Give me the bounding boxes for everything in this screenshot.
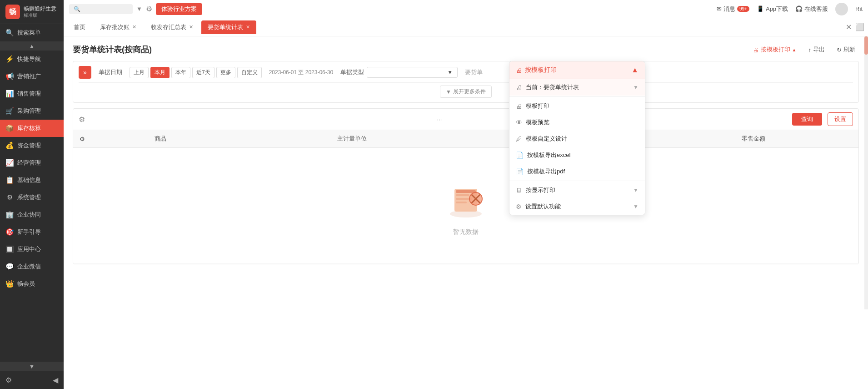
dropdown-title-text: 按模板打印 bbox=[525, 66, 557, 74]
expand-more-row: ▼ 展开更多条件 bbox=[79, 82, 853, 98]
dropdown-item-template-design[interactable]: 🖊 模板自定义设计 bbox=[509, 131, 645, 147]
date-range: 2023-06-01 至 2023-06-30 bbox=[269, 69, 333, 76]
sidebar-item-operation[interactable]: 📈 经营管理 bbox=[0, 154, 64, 172]
template-print-button[interactable]: 🖨 按模板打印 ▲ bbox=[749, 44, 800, 56]
window-maximize-icon[interactable]: ⬜ bbox=[855, 23, 864, 31]
sidebar-scroll-down[interactable]: ▼ bbox=[0, 362, 64, 371]
tab-home[interactable]: 首页 bbox=[67, 20, 92, 34]
sidebar-item-wechat[interactable]: 💬 企业微信 bbox=[0, 258, 64, 275]
guide-icon: 🎯 bbox=[5, 228, 14, 236]
sidebar-item-label: 系统管理 bbox=[17, 193, 41, 202]
sidebar-item-label: 快捷导航 bbox=[17, 55, 41, 63]
trial-button[interactable]: 体验行业方案 bbox=[156, 3, 202, 15]
search-icon: 🔍 bbox=[5, 29, 14, 37]
main-area: 🔍 ▼ ⚙ 体验行业方案 ✉ 消息 99+ 📱 App下载 🎧 在线客服 Rit bbox=[64, 0, 868, 389]
refresh-button[interactable]: ↻ 刷新 bbox=[833, 44, 859, 56]
marketing-icon: 📢 bbox=[5, 72, 14, 81]
sidebar-item-label: 采购管理 bbox=[17, 107, 41, 115]
date-label: 单据日期 bbox=[99, 68, 122, 76]
table-body: 暂无数据 bbox=[73, 148, 858, 264]
dropdown-item-label: 模板打印 bbox=[526, 102, 549, 110]
tab-close-icon[interactable]: ✕ bbox=[189, 24, 193, 30]
app-download-btn[interactable]: 📱 App下载 bbox=[757, 5, 788, 13]
tab-inventory-batch[interactable]: 库存批次账 ✕ bbox=[94, 20, 143, 34]
sidebar-item-inventory[interactable]: 📦 库存核算 bbox=[0, 120, 64, 137]
date-btn-this-month[interactable]: 本月 bbox=[150, 67, 170, 78]
tab-label: 首页 bbox=[74, 23, 85, 31]
print-icon: 🖨 bbox=[516, 102, 522, 110]
dropdown-item-export-pdf[interactable]: 📄 按模板导出pdf bbox=[509, 163, 645, 180]
sidebar-item-finance[interactable]: 💰 资金管理 bbox=[0, 137, 64, 154]
topbar-gear-icon[interactable]: ⚙ bbox=[146, 5, 152, 13]
table-more-icon[interactable]: ··· bbox=[437, 116, 442, 123]
sidebar-item-purchase[interactable]: 🛒 采购管理 bbox=[0, 102, 64, 120]
topbar-search-icon: 🔍 bbox=[74, 6, 80, 12]
settings-icon[interactable]: ⚙ bbox=[5, 376, 12, 384]
dropdown-item-label: 按模板导出excel bbox=[527, 151, 570, 159]
divider bbox=[509, 181, 645, 181]
message-btn[interactable]: ✉ 消息 99+ bbox=[717, 5, 749, 13]
inventory-icon: 📦 bbox=[5, 124, 14, 132]
sidebar-item-label: 营销推广 bbox=[17, 72, 41, 81]
online-service-btn[interactable]: 🎧 在线客服 bbox=[795, 5, 828, 13]
username: Rit bbox=[855, 5, 863, 12]
sidebar-item-basic[interactable]: 📋 基础信息 bbox=[0, 172, 64, 189]
window-close-icon[interactable]: ✕ bbox=[846, 23, 852, 31]
export-button[interactable]: ↑ 导出 bbox=[805, 44, 829, 56]
sidebar-item-member[interactable]: 👑 畅会员 bbox=[0, 275, 64, 293]
scrollbar-thumb[interactable] bbox=[864, 36, 868, 55]
expand-arrow-icon: ▼ bbox=[633, 203, 639, 210]
date-btn-7days[interactable]: 近7天 bbox=[192, 67, 215, 78]
dropdown-item-export-excel[interactable]: 📄 按模板导出excel bbox=[509, 147, 645, 163]
sidebar-item-search[interactable]: 🔍 搜索菜单 bbox=[0, 24, 64, 41]
date-btn-prev-month[interactable]: 上月 bbox=[130, 67, 149, 78]
collapse-icon[interactable]: ◀ bbox=[53, 376, 58, 384]
sidebar-item-label: 新手引导 bbox=[17, 228, 41, 236]
dropdown-item-template-preview[interactable]: 👁 模板预览 bbox=[509, 114, 645, 131]
expand-more-button[interactable]: ▼ 展开更多条件 bbox=[440, 86, 492, 98]
page-title: 要货单统计表(按商品) bbox=[73, 44, 152, 55]
date-btn-custom[interactable]: 自定义 bbox=[237, 67, 262, 78]
app-version: 标准版 bbox=[24, 12, 56, 18]
app-download-icon: 📱 bbox=[757, 5, 764, 12]
setting-button[interactable]: 设置 bbox=[828, 112, 853, 126]
dropdown-current-item[interactable]: 🖨 当前：要货单统计表 ▼ bbox=[509, 79, 645, 96]
sidebar-item-guide[interactable]: 🎯 新手引导 bbox=[0, 223, 64, 241]
table-gear-icon[interactable]: ⚙ bbox=[79, 115, 85, 124]
tab-receipt-summary[interactable]: 收发存汇总表 ✕ bbox=[145, 20, 200, 34]
tab-close-icon[interactable]: ✕ bbox=[132, 24, 136, 30]
current-item-icon: 🖨 bbox=[516, 84, 522, 91]
vertical-scrollbar[interactable] bbox=[864, 36, 868, 309]
dropdown-arrow-icon: ▲ bbox=[792, 47, 797, 52]
dropdown-item-template-print[interactable]: 🖨 模板打印 bbox=[509, 98, 645, 114]
filter-expand-btn[interactable]: » bbox=[79, 66, 91, 79]
tab-order-stats[interactable]: 要货单统计表 ✕ bbox=[201, 20, 256, 34]
topbar-search[interactable]: 🔍 bbox=[69, 4, 133, 14]
page: 要货单统计表(按商品) 🖨 按模板打印 ▲ ↑ 导出 ↻ 刷新 bbox=[64, 36, 868, 389]
sidebar-item-system[interactable]: ⚙ 系统管理 bbox=[0, 189, 64, 206]
sidebar-item-sales[interactable]: 📊 销售管理 bbox=[0, 85, 64, 102]
dropdown-close-icon[interactable]: ▲ bbox=[631, 66, 639, 74]
sidebar-item-enterprise[interactable]: 🏢 企业协同 bbox=[0, 206, 64, 223]
date-btn-more[interactable]: 更多 bbox=[216, 67, 235, 78]
message-badge: 99+ bbox=[737, 6, 749, 12]
sidebar-item-marketing[interactable]: 📢 营销推广 bbox=[0, 68, 64, 85]
sidebar-item-appstore[interactable]: 🔲 应用中心 bbox=[0, 241, 64, 258]
query-button[interactable]: 查询 bbox=[792, 113, 822, 126]
dropdown-item-display-print[interactable]: 🖥 按显示打印 ▼ bbox=[509, 182, 645, 198]
topbar-right: ✉ 消息 99+ 📱 App下载 🎧 在线客服 Rit bbox=[717, 3, 863, 15]
sidebar-search-label: 搜索菜单 bbox=[17, 29, 41, 37]
purchase-icon: 🛒 bbox=[5, 107, 14, 115]
sidebar-item-shortcut[interactable]: ⚡ 快捷导航 bbox=[0, 51, 64, 68]
tab-close-icon[interactable]: ✕ bbox=[246, 24, 250, 30]
dropdown-item-set-default[interactable]: ⚙ 设置默认功能 ▼ bbox=[509, 198, 645, 215]
message-label: 消息 bbox=[723, 5, 735, 13]
topbar-dropdown-icon[interactable]: ▼ bbox=[136, 5, 142, 12]
col-unit: 主计量单位 bbox=[229, 130, 475, 148]
sidebar-scroll-up[interactable]: ▲ bbox=[0, 41, 64, 51]
excel-icon: 📄 bbox=[516, 152, 524, 159]
date-btn-this-year[interactable]: 本年 bbox=[171, 67, 190, 78]
dropdown-title: 🖨 按模板打印 bbox=[516, 66, 557, 74]
type-select-box[interactable]: ▼ bbox=[367, 67, 458, 78]
design-icon: 🖊 bbox=[516, 135, 522, 142]
